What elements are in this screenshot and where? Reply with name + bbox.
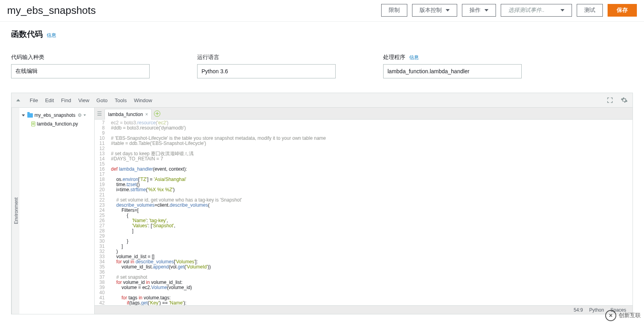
runtime-value: Python 3.6 <box>201 68 228 74</box>
section-info-link[interactable]: 信息 <box>47 32 56 39</box>
code-input-type-select[interactable]: 在线编辑 <box>11 64 150 78</box>
caret-down-icon <box>446 9 450 11</box>
tree-file-label: lambda_function.py <box>37 121 78 127</box>
version-control-label: 版本控制 <box>420 7 442 14</box>
file-icon <box>31 122 35 126</box>
tree-root-label: my_ebs_snapshots <box>34 112 75 118</box>
menu-edit[interactable]: Edit <box>45 97 54 103</box>
fullscreen-icon[interactable] <box>606 97 614 104</box>
handler-label: 处理程序 信息 <box>383 54 522 61</box>
test-button[interactable]: 测试 <box>577 4 603 17</box>
gear-icon[interactable] <box>621 97 628 104</box>
menu-view[interactable]: View <box>78 97 89 103</box>
folder-icon <box>27 113 33 118</box>
chevron-down-icon <box>22 114 25 116</box>
code-input-type-value: 在线编辑 <box>15 68 38 75</box>
collapse-icon[interactable] <box>16 99 20 101</box>
caret-down-icon <box>560 9 564 11</box>
menu-file[interactable]: File <box>30 97 38 103</box>
operations-button[interactable]: 操作 <box>462 4 496 17</box>
test-event-placeholder: 选择测试事件.. <box>508 7 545 14</box>
limit-button[interactable]: 限制 <box>381 4 407 17</box>
save-button[interactable]: 保存 <box>608 4 637 17</box>
code-content[interactable]: ec2 = boto3.resource('ec2')#ddb = boto3.… <box>108 120 329 305</box>
close-icon[interactable]: × <box>145 112 148 117</box>
runtime-select[interactable]: Python 3.6 <box>197 64 336 78</box>
editor-tab[interactable]: lambda_function × <box>104 109 152 120</box>
gear-icon[interactable]: ⚙ <box>78 112 82 118</box>
menu-window[interactable]: Window <box>134 97 152 103</box>
handler-info-link[interactable]: 信息 <box>409 55 419 60</box>
page-title: my_ebs_snapshots <box>7 4 96 17</box>
cursor-position: 54:9 <box>574 307 583 313</box>
operations-label: 操作 <box>469 7 481 14</box>
caret-down-icon <box>484 9 488 11</box>
add-tab-button[interactable]: + <box>154 110 160 117</box>
handler-input[interactable]: lambda_function.lambda_handler <box>383 64 522 78</box>
status-language[interactable]: Python <box>589 307 604 313</box>
code-input-type-label: 代码输入种类 <box>11 54 150 61</box>
editor-tab-label: lambda_function <box>108 112 143 117</box>
menu-tools[interactable]: Tools <box>115 97 127 103</box>
line-gutter: 7891011121314151617181920212223242526272… <box>95 120 108 305</box>
caret-down-icon[interactable] <box>84 114 86 116</box>
menu-goto[interactable]: Goto <box>97 97 108 103</box>
handler-value: lambda_function.lambda_handler <box>388 68 469 74</box>
test-event-select[interactable]: 选择测试事件.. <box>501 4 572 17</box>
tree-root[interactable]: my_ebs_snapshots ⚙ <box>22 111 92 120</box>
runtime-label: 运行语言 <box>197 54 336 61</box>
tab-menu-icon[interactable]: ☰ <box>97 110 102 117</box>
menu-find[interactable]: Find <box>61 97 71 103</box>
environment-tab[interactable]: Environment <box>11 108 19 314</box>
status-indent[interactable]: Spaces <box>610 307 626 313</box>
version-control-button[interactable]: 版本控制 <box>412 4 457 17</box>
tree-file[interactable]: lambda_function.py <box>22 120 92 128</box>
section-title: 函数代码 <box>11 29 43 40</box>
